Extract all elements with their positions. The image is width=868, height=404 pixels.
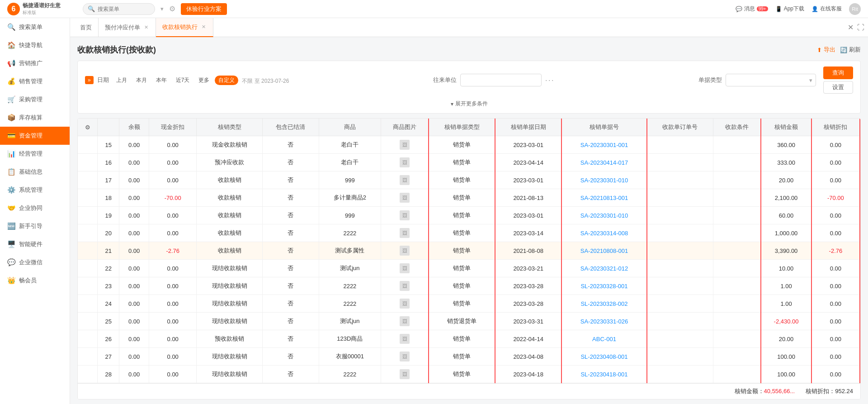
doc-no-link-12[interactable]: SL-20230408-001 — [580, 353, 627, 360]
sidebar-item-operations[interactable]: 📊经营管理 — [0, 145, 70, 163]
cell-included-settled-9: 否 — [262, 295, 319, 313]
sidebar-item-inventory[interactable]: 📦库存核算 — [0, 109, 70, 127]
cell-doc-no-13[interactable]: SL-20230418-001 — [561, 366, 647, 383]
sidebar-item-basic[interactable]: 📋基础信息 — [0, 163, 70, 181]
sidebar-item-guide[interactable]: 🆕新手引导 — [0, 217, 70, 235]
tab-prepay[interactable]: 预付冲应付单✕ — [99, 18, 156, 37]
cell-doc-no-3[interactable]: SA-20210813-001 — [561, 189, 647, 207]
tab-home[interactable]: 首页 — [74, 18, 99, 37]
cell-doc-no-10[interactable]: SA-20230331-026 — [561, 313, 647, 330]
cell-doc-no-0[interactable]: SA-20230301-001 — [561, 136, 647, 154]
message-action[interactable]: 💬 消息 99+ — [736, 5, 768, 13]
close-window-icon[interactable]: ✕ — [848, 23, 854, 32]
cell-doc-no-6[interactable]: SA-20210808-001 — [561, 242, 647, 260]
this-month-btn[interactable]: 本月 — [132, 76, 151, 85]
doc-no-link-6[interactable]: SA-20210808-001 — [580, 247, 628, 254]
refresh-button[interactable]: 🔄 刷新 — [840, 46, 861, 54]
sidebar-item-finance[interactable]: 💳资金管理 — [0, 127, 70, 145]
col-settings[interactable]: ⚙ — [78, 119, 98, 136]
doc-no-link-10[interactable]: SA-20230331-026 — [580, 318, 628, 325]
cell-balance-4: 0.00 — [119, 207, 149, 224]
cell-settings-8 — [78, 277, 98, 295]
cell-writeoff-type-1: 预冲应收款 — [197, 154, 262, 171]
cell-doc-no-8[interactable]: SL-20230328-001 — [561, 277, 647, 295]
sidebar-item-purchase[interactable]: 🛒采购管理 — [0, 90, 70, 109]
expand-arrow[interactable]: » — [85, 76, 94, 84]
sidebar-item-search[interactable]: 🔍搜索菜单 — [0, 18, 70, 36]
cell-doc-no-9[interactable]: SL-20230328-002 — [561, 295, 647, 313]
col-writeoff-discount: 核销折扣 — [811, 119, 860, 136]
top-search-bar[interactable]: 🔍 — [83, 3, 155, 15]
sidebar-item-marketing[interactable]: 📢营销推广 — [0, 54, 70, 72]
doc-no-link-1[interactable]: SA-20230414-017 — [580, 159, 628, 166]
partner-ellipsis[interactable]: ··· — [545, 76, 555, 85]
doc-no-link-9[interactable]: SL-20230328-002 — [580, 300, 627, 307]
dropdown-icon[interactable]: ▾ — [160, 5, 164, 12]
total-discount-label: 核销折扣：952.24 — [806, 387, 853, 395]
cell-doc-no-11[interactable]: ABC-001 — [561, 330, 647, 348]
cell-doc-type-4: 销货单 — [429, 207, 495, 224]
solution-button[interactable]: 休验行业方案 — [181, 3, 227, 15]
doc-no-link-3[interactable]: SA-20210813-001 — [580, 195, 628, 201]
user-avatar[interactable]: Rit — [849, 3, 861, 15]
cell-doc-no-12[interactable]: SL-20230408-001 — [561, 348, 647, 366]
settings-icon[interactable]: ⚙ — [85, 124, 90, 131]
sidebar-item-quick-nav[interactable]: 🏠快捷导航 — [0, 36, 70, 54]
app-download-action[interactable]: 📱 App下载 — [775, 5, 804, 13]
doc-no-link-7[interactable]: SA-20230321-012 — [580, 265, 628, 272]
maximize-icon[interactable]: ⛶ — [857, 24, 864, 32]
sidebar-label-quick-nav: 快捷导航 — [19, 41, 42, 49]
tab-close-prepay[interactable]: ✕ — [143, 24, 149, 31]
search-input[interactable] — [98, 6, 143, 12]
filter-row: » 日期 上月 本月 本年 近7天 更多 自定义 不限 至 2023-07-26 — [85, 67, 853, 94]
cell-writeoff-discount-1: 0.00 — [811, 154, 860, 171]
sidebar-item-system[interactable]: ⚙️系统管理 — [0, 181, 70, 199]
doc-type-input[interactable] — [726, 74, 816, 86]
setting-button[interactable]: 设置 — [823, 81, 853, 94]
cell-doc-no-7[interactable]: SA-20230321-012 — [561, 260, 647, 277]
this-year-btn[interactable]: 本年 — [152, 76, 170, 85]
cell-writeoff-amount-5: 1,000.00 — [761, 224, 811, 242]
last-7days-btn[interactable]: 近7天 — [172, 76, 193, 85]
doc-no-link-13[interactable]: SL-20230418-001 — [580, 371, 627, 378]
expand-more-btn[interactable]: ▾ 展开更多条件 — [451, 100, 488, 108]
sidebar-item-sales[interactable]: 💰销售管理 — [0, 72, 70, 90]
sidebar-item-vip[interactable]: 👑畅会员 — [0, 271, 70, 290]
doc-no-link-5[interactable]: SA-20230314-008 — [580, 230, 628, 237]
doc-no-link-11[interactable]: ABC-001 — [592, 336, 616, 342]
cell-rownum-3: 18 — [98, 189, 119, 207]
cell-included-settled-2: 否 — [262, 171, 319, 189]
page-actions: ⬆ 导出 🔄 刷新 — [817, 46, 861, 54]
doc-no-link-0[interactable]: SA-20230301-001 — [580, 142, 628, 148]
guide-icon: 🆕 — [7, 222, 15, 230]
query-button[interactable]: 查询 — [823, 67, 853, 79]
table-row: 27 0.00 0.00 现结收款核销 否 衣服00001 🖼 销货单 2023… — [78, 348, 860, 366]
enterprise-icon: 🤝 — [7, 204, 15, 212]
tab-close-receipt-writeoff[interactable]: ✕ — [200, 24, 207, 30]
sidebar-item-wechat[interactable]: 💬企业微信 — [0, 253, 70, 271]
more-date-btn[interactable]: 更多 — [195, 76, 213, 85]
online-service-action[interactable]: 👤 在线客服 — [811, 5, 842, 13]
cell-doc-no-1[interactable]: SA-20230414-017 — [561, 154, 647, 171]
doc-no-link-4[interactable]: SA-20230301-010 — [580, 212, 628, 219]
gear-icon[interactable]: ⚙ — [169, 5, 175, 13]
cell-writeoff-discount-9: 0.00 — [811, 295, 860, 313]
sidebar-item-hardware[interactable]: 🖥️智能硬件 — [0, 235, 70, 253]
cell-doc-no-4[interactable]: SA-20230301-010 — [561, 207, 647, 224]
last-month-btn[interactable]: 上月 — [113, 76, 131, 85]
partner-input[interactable] — [460, 74, 542, 86]
tab-receipt-writeoff[interactable]: 收款核销执行✕ — [156, 18, 213, 37]
page-header: 收款核销执行(按收款) ⬆ 导出 🔄 刷新 — [77, 44, 861, 55]
cell-doc-type-7: 销货单 — [429, 260, 495, 277]
cell-settings-2 — [78, 171, 98, 189]
sidebar-item-enterprise[interactable]: 🤝企业协同 — [0, 199, 70, 217]
export-button[interactable]: ⬆ 导出 — [817, 46, 835, 54]
cell-doc-no-2[interactable]: SA-20230301-010 — [561, 171, 647, 189]
cell-doc-no-5[interactable]: SA-20230314-008 — [561, 224, 647, 242]
custom-date-btn[interactable]: 自定义 — [215, 76, 238, 85]
marketing-icon: 📢 — [7, 59, 15, 67]
cell-goods-0: 老白干 — [319, 136, 381, 154]
cell-writeoff-amount-6: 3,390.00 — [761, 242, 811, 260]
doc-no-link-2[interactable]: SA-20230301-010 — [580, 177, 628, 184]
doc-no-link-8[interactable]: SL-20230328-001 — [580, 283, 627, 290]
